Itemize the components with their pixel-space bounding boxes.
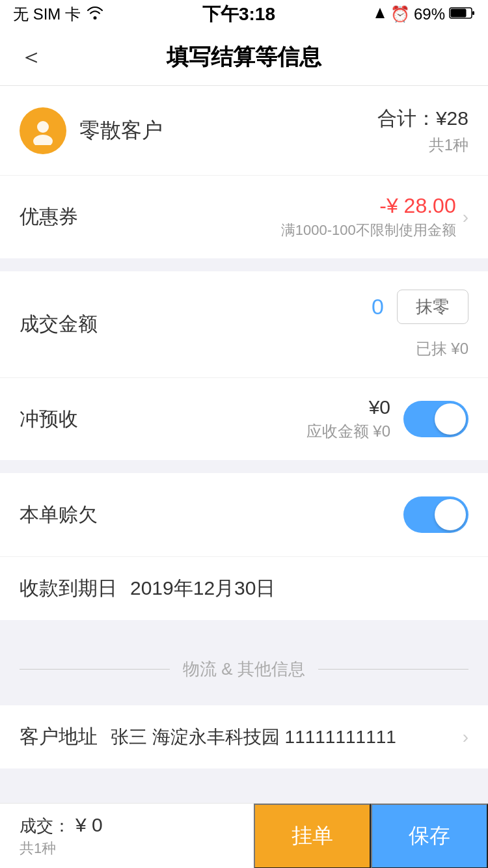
prereceive-amounts: ¥0 应收金额 ¥0	[306, 396, 390, 442]
location-icon	[373, 5, 386, 23]
customer-right: 合计：¥28 共1种	[377, 105, 468, 156]
form-section: 成交金额 0 抹零 已抹 ¥0 冲预收 ¥0 应收金额 ¥0	[0, 271, 488, 460]
svg-point-4	[33, 135, 53, 145]
transaction-sub: 已抹 ¥0	[416, 338, 468, 359]
customer-name: 零散客户	[79, 116, 163, 145]
nav-bar: ＜ 填写结算等信息	[0, 29, 488, 86]
coupon-amount: -¥ 28.00	[281, 194, 456, 218]
customer-count: 共1种	[377, 135, 468, 156]
chevron-right-icon: ›	[463, 207, 468, 228]
battery-percent: 69%	[414, 5, 445, 23]
customer-left: 零散客户	[20, 107, 163, 154]
address-section: 客户地址 张三 海淀永丰科技园 11111111111 ›	[0, 705, 488, 768]
coupon-info: -¥ 28.00 满1000-100不限制使用金额	[281, 194, 456, 240]
divider-line-right	[318, 669, 468, 670]
status-time: 下午3:18	[202, 2, 275, 27]
debt-label: 本单赊欠	[20, 502, 98, 528]
bottom-bar: 成交： ¥ 0 共1种 挂单 保存	[0, 803, 488, 868]
transaction-value-row: 0 抹零	[372, 290, 468, 324]
prereceive-label: 冲预收	[20, 406, 78, 433]
prereceive-right: ¥0 应收金额 ¥0	[306, 396, 468, 442]
divider-line-left	[20, 669, 170, 670]
duedate-row: 收款到期日 2019年12月30日	[0, 556, 488, 620]
round-btn[interactable]: 抹零	[397, 290, 468, 324]
logistics-divider: 物流 & 其他信息	[0, 633, 488, 705]
prereceive-amount: ¥0	[306, 396, 390, 418]
svg-rect-2	[472, 11, 474, 15]
debt-section: 本单赊欠 收款到期日 2019年12月30日	[0, 473, 488, 620]
customer-section: 零散客户 合计：¥28 共1种 优惠券 -¥ 28.00 满1000-100不限…	[0, 86, 488, 258]
svg-point-3	[37, 121, 49, 133]
customer-avatar	[20, 107, 66, 154]
customer-row: 零散客户 合计：¥28 共1种	[0, 86, 488, 175]
bottom-deal-label: 成交：	[20, 815, 70, 837]
prereceive-toggle[interactable]	[403, 401, 468, 437]
customer-total: 合计：¥28	[377, 105, 468, 132]
back-button[interactable]: ＜	[20, 41, 43, 73]
prereceive-sub: 应收金额 ¥0	[306, 421, 390, 442]
address-chevron-icon: ›	[463, 727, 468, 748]
address-row[interactable]: 客户地址 张三 海淀永丰科技园 11111111111 ›	[0, 705, 488, 768]
transaction-value: 0	[372, 294, 384, 319]
duedate-label: 收款到期日	[20, 575, 117, 602]
svg-rect-1	[450, 9, 466, 18]
coupon-right: -¥ 28.00 满1000-100不限制使用金额 ›	[281, 194, 468, 240]
battery-icon	[449, 5, 475, 23]
alarm-icon: ⏰	[390, 5, 410, 23]
bottom-count: 共1种	[20, 839, 234, 858]
bottom-amount: ¥ 0	[75, 814, 103, 836]
coupon-label: 优惠券	[20, 204, 78, 230]
coupon-desc: 满1000-100不限制使用金额	[281, 221, 456, 240]
address-label: 客户地址	[20, 724, 98, 750]
transaction-right: 0 抹零 已抹 ¥0	[372, 290, 468, 359]
no-sim-text: 无 SIM 卡	[13, 4, 81, 25]
transaction-label: 成交金额	[20, 311, 98, 338]
status-bar: 无 SIM 卡 下午3:18 ⏰ 69%	[0, 0, 488, 29]
debt-toggle[interactable]	[403, 496, 468, 533]
status-right: ⏰ 69%	[373, 5, 475, 23]
debt-row: 本单赊欠	[0, 473, 488, 556]
duedate-value: 2019年12月30日	[130, 575, 275, 602]
address-value: 张三 海淀永丰科技园 11111111111	[98, 725, 463, 750]
save-button[interactable]: 保存	[371, 804, 488, 869]
transaction-row: 成交金额 0 抹零 已抹 ¥0	[0, 271, 488, 378]
section-divider: 物流 & 其他信息	[0, 645, 488, 694]
nav-title: 填写结算等信息	[167, 42, 321, 72]
coupon-row[interactable]: 优惠券 -¥ 28.00 满1000-100不限制使用金额 ›	[0, 175, 488, 258]
prereceive-row: 冲预收 ¥0 应收金额 ¥0	[0, 378, 488, 460]
hang-button[interactable]: 挂单	[254, 804, 371, 869]
bottom-summary: 成交： ¥ 0 共1种	[0, 814, 254, 858]
divider-text: 物流 & 其他信息	[170, 658, 318, 681]
status-left: 无 SIM 卡	[13, 4, 104, 25]
wifi-icon	[86, 5, 104, 23]
